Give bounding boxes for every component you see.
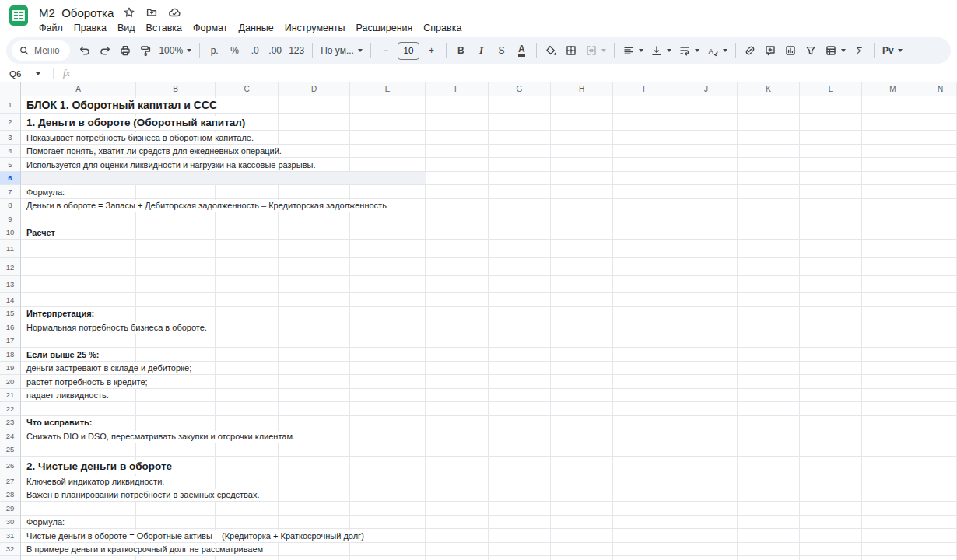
cell-name-box[interactable]: Q6	[0, 68, 45, 79]
menu-data[interactable]: Данные	[233, 22, 279, 34]
fill-color-button[interactable]	[542, 40, 561, 61]
percent-format-button[interactable]: %	[225, 40, 244, 61]
sheet-row-14[interactable]	[21, 293, 957, 307]
sheet-row-33[interactable]	[21, 556, 957, 560]
sheet-row-31[interactable]: Чистые деньги в обороте = Оборотные акти…	[21, 529, 957, 543]
row-header-30[interactable]: 30	[0, 516, 21, 530]
sheet-row-22[interactable]	[21, 402, 957, 416]
bold-button[interactable]: B	[451, 40, 471, 61]
create-filter-button[interactable]	[801, 40, 821, 61]
sheet-row-23[interactable]: Что исправить:	[21, 416, 957, 430]
insert-comment-button[interactable]	[761, 40, 780, 61]
column-header-C[interactable]: C	[216, 82, 279, 96]
sheet-row-11[interactable]	[21, 240, 957, 258]
row-header-29[interactable]: 29	[0, 502, 21, 516]
sheet-row-24[interactable]: Снижать DIO и DSO, пересматривать закупк…	[21, 429, 957, 443]
document-title[interactable]: M2_Оборотка	[39, 6, 114, 19]
sheet-row-13[interactable]	[21, 276, 957, 293]
decrease-font-size-button[interactable]: −	[376, 40, 395, 61]
star-button[interactable]	[123, 6, 135, 19]
row-header-31[interactable]: 31	[0, 529, 21, 543]
sheet-row-26[interactable]: 2. Чистые деньги в обороте	[21, 457, 957, 474]
row-header-25[interactable]: 25	[0, 443, 21, 457]
sheet-row-30[interactable]: Формула:	[21, 516, 957, 530]
strikethrough-button[interactable]: S	[492, 40, 511, 61]
sheet-row-18[interactable]: Если выше 25 %:	[21, 348, 957, 362]
sheet-row-32[interactable]: В примере деньги и краткосрочный долг не…	[21, 543, 957, 557]
column-header-E[interactable]: E	[350, 82, 426, 96]
pv-extension-button[interactable]: Pv	[879, 40, 906, 61]
menu-tools[interactable]: Инструменты	[279, 22, 351, 34]
decrease-decimals-button[interactable]: .0	[245, 40, 265, 61]
sheet-row-3[interactable]: Показывает потребность бизнеса в оборотн…	[21, 131, 957, 145]
font-size-input[interactable]: 10	[398, 42, 419, 60]
increase-decimals-button[interactable]: .00	[265, 40, 285, 61]
sheet-row-4[interactable]: Помогает понять, хватит ли средств для е…	[21, 145, 957, 159]
row-header-14[interactable]: 14	[0, 293, 21, 307]
row-header-6[interactable]: 6	[0, 172, 21, 186]
row-header-18[interactable]: 18	[0, 348, 21, 362]
row-header-16[interactable]: 16	[0, 320, 21, 334]
menu-edit[interactable]: Правка	[68, 22, 112, 34]
sheet-row-16[interactable]: Нормальная потребность бизнеса в обороте…	[21, 320, 957, 334]
table-views-button[interactable]	[822, 40, 849, 61]
sheet-row-5[interactable]: Используется для оценки ликвидности и на…	[21, 158, 957, 172]
column-header-J[interactable]: J	[675, 82, 738, 96]
row-header-27[interactable]: 27	[0, 474, 21, 488]
row-header-13[interactable]: 13	[0, 276, 21, 293]
row-header-10[interactable]: 10	[0, 226, 21, 240]
menu-extensions[interactable]: Расширения	[351, 22, 419, 34]
move-button[interactable]	[145, 6, 158, 19]
sheet-row-28[interactable]: Важен в планировании потребности в заемн…	[21, 488, 957, 502]
insert-link-button[interactable]	[741, 40, 760, 61]
row-header-17[interactable]: 17	[0, 334, 21, 348]
column-header-K[interactable]: K	[738, 82, 800, 96]
sheet-row-29[interactable]	[21, 502, 957, 516]
column-header-I[interactable]: I	[613, 82, 675, 96]
text-color-button[interactable]: A	[512, 40, 531, 61]
sheet-row-12[interactable]	[21, 258, 957, 276]
menu-file[interactable]: Файл	[33, 22, 68, 34]
column-header-M[interactable]: M	[862, 82, 924, 96]
sheet-row-7[interactable]: Формула:	[21, 185, 957, 199]
insert-chart-button[interactable]	[781, 40, 801, 61]
row-header-2[interactable]: 2	[0, 114, 21, 131]
horizontal-align-button[interactable]	[619, 40, 647, 61]
row-header-4[interactable]: 4	[0, 145, 21, 159]
sheets-logo[interactable]	[8, 5, 30, 26]
sheet-row-2[interactable]: 1. Деньги в обороте (Оборотный капитал)	[21, 114, 957, 131]
row-header-20[interactable]: 20	[0, 375, 21, 389]
borders-button[interactable]	[562, 40, 581, 61]
row-header-3[interactable]: 3	[0, 131, 21, 145]
sheet-row-19[interactable]: деньги застревают в складе и дебиторке;	[21, 362, 957, 376]
sheet-row-25[interactable]	[21, 443, 957, 457]
row-header-23[interactable]: 23	[0, 416, 21, 430]
row-header-22[interactable]: 22	[0, 402, 21, 416]
merge-cells-button[interactable]	[582, 40, 609, 61]
column-header-B[interactable]: B	[136, 82, 216, 96]
column-header-N[interactable]: N	[924, 82, 957, 96]
column-header-L[interactable]: L	[800, 82, 862, 96]
row-header-1[interactable]: 1	[0, 96, 21, 114]
functions-button[interactable]: Σ	[850, 40, 869, 61]
paint-format-button[interactable]	[135, 40, 155, 61]
menu-view[interactable]: Вид	[112, 22, 141, 34]
sheet-row-6[interactable]	[21, 172, 957, 186]
row-header-24[interactable]: 24	[0, 429, 21, 443]
row-header-26[interactable]: 26	[0, 457, 21, 474]
zoom-select[interactable]: 100%	[156, 40, 195, 61]
row-header-33[interactable]: 33	[0, 556, 21, 560]
text-rotation-button[interactable]: A	[703, 40, 731, 61]
toolbar-search[interactable]: Меню	[12, 40, 70, 61]
row-header-28[interactable]: 28	[0, 488, 21, 502]
row-header-11[interactable]: 11	[0, 240, 21, 258]
sheet-row-20[interactable]: растет потребность в кредите;	[21, 375, 957, 389]
menu-insert[interactable]: Вставка	[141, 22, 188, 34]
font-select[interactable]: По ум...	[317, 40, 366, 61]
row-header-12[interactable]: 12	[0, 258, 21, 276]
sheet-row-27[interactable]: Ключевой индикатор ликвидности.	[21, 474, 957, 488]
currency-ruble-button[interactable]: р.	[205, 40, 224, 61]
sheet-row-21[interactable]: падает ликвидность.	[21, 389, 957, 403]
more-formats-button[interactable]: 123	[286, 40, 307, 61]
row-header-21[interactable]: 21	[0, 389, 21, 403]
